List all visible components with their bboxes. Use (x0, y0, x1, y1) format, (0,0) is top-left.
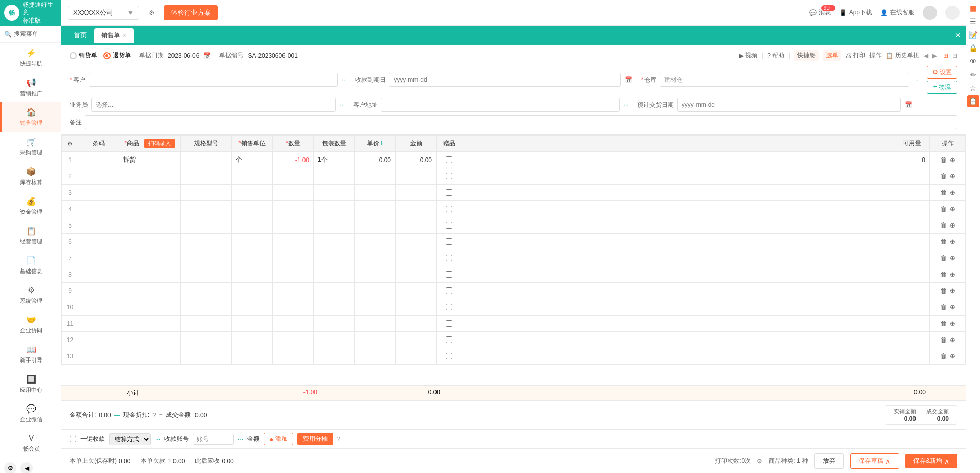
gift-checkbox[interactable] (446, 353, 452, 359)
copy-row-icon[interactable]: ⊕ (950, 336, 955, 344)
copy-row-icon[interactable]: ⊕ (950, 303, 955, 311)
print-btn[interactable]: 🖨 打印 (845, 51, 865, 60)
customer-input[interactable] (89, 73, 338, 87)
row-pkgqty[interactable] (314, 201, 355, 217)
row-product[interactable] (119, 168, 181, 185)
row-gift[interactable] (437, 283, 462, 299)
row-qty[interactable] (273, 266, 314, 283)
row-amount[interactable] (396, 348, 437, 365)
row-price[interactable] (355, 250, 396, 266)
sidebar-item-system[interactable]: ⚙系统管理 (0, 280, 61, 310)
gift-checkbox[interactable] (446, 320, 452, 327)
select-btn[interactable]: 选单 (823, 50, 841, 61)
row-gift[interactable] (437, 299, 462, 316)
row-qty[interactable] (273, 316, 314, 332)
row-unit[interactable] (232, 283, 273, 299)
row-barcode[interactable] (78, 348, 119, 365)
delete-row-icon[interactable]: 🗑 (940, 254, 947, 262)
row-barcode[interactable] (78, 316, 119, 332)
row-gift[interactable] (437, 168, 462, 185)
row-product[interactable] (119, 316, 181, 332)
user-avatar2[interactable] (945, 6, 960, 20)
row-product[interactable] (119, 217, 181, 234)
row-amount[interactable] (396, 217, 437, 234)
row-spec[interactable] (181, 348, 232, 365)
payment-method-dots[interactable]: ··· (155, 436, 160, 443)
row-barcode[interactable] (78, 234, 119, 250)
row-pkgqty[interactable]: 1个 (314, 152, 355, 168)
radio-return[interactable]: 退货单 (103, 51, 131, 60)
setting-btn[interactable]: ⚙ 设置 (927, 66, 957, 79)
row-price[interactable] (355, 299, 396, 316)
rp-grid-view[interactable]: ▦ (967, 2, 979, 14)
row-pkgqty[interactable] (314, 217, 355, 234)
expected-date-input[interactable] (677, 98, 901, 112)
nav-prev-icon[interactable]: ◀ (924, 52, 928, 59)
row-product[interactable] (119, 299, 181, 316)
gift-checkbox[interactable] (446, 173, 452, 179)
row-product[interactable] (119, 266, 181, 283)
row-price[interactable] (355, 283, 396, 299)
row-gift[interactable] (437, 348, 462, 365)
copy-row-icon[interactable]: ⊕ (950, 352, 955, 360)
row-price[interactable] (355, 332, 396, 348)
row-unit[interactable] (232, 266, 273, 283)
row-barcode[interactable] (78, 332, 119, 348)
row-price[interactable]: 0.00 (355, 152, 396, 168)
rp-eye-icon[interactable]: 👁 (967, 55, 979, 67)
trial-btn[interactable]: 体验行业方案 (164, 5, 218, 20)
gift-checkbox[interactable] (446, 255, 452, 261)
row-price[interactable] (355, 316, 396, 332)
delete-row-icon[interactable]: 🗑 (940, 320, 947, 327)
copy-row-icon[interactable]: ⊕ (950, 156, 955, 164)
delete-row-icon[interactable]: 🗑 (940, 238, 947, 245)
view-list-icon[interactable]: ⊟ (952, 52, 957, 59)
row-unit[interactable] (232, 217, 273, 234)
row-product[interactable] (119, 283, 181, 299)
expense-help-icon[interactable]: ? (337, 436, 341, 443)
history-btn[interactable]: 📋 历史单据 (886, 51, 920, 60)
row-amount[interactable] (396, 168, 437, 185)
row-barcode[interactable] (78, 283, 119, 299)
copy-row-icon[interactable]: ⊕ (950, 221, 955, 229)
row-barcode[interactable] (78, 185, 119, 201)
row-barcode[interactable] (78, 217, 119, 234)
row-amount[interactable] (396, 185, 437, 201)
row-product[interactable] (119, 234, 181, 250)
row-qty[interactable] (273, 299, 314, 316)
sidebar-item-basic[interactable]: 📄基础信息 (0, 251, 61, 280)
row-qty[interactable] (273, 348, 314, 365)
row-qty[interactable] (273, 217, 314, 234)
row-gift[interactable] (437, 185, 462, 201)
delete-row-icon[interactable]: 🗑 (940, 189, 947, 196)
row-price[interactable] (355, 348, 396, 365)
nav-next-icon[interactable]: ▶ (932, 52, 937, 59)
row-unit[interactable] (232, 201, 273, 217)
row-barcode[interactable] (78, 250, 119, 266)
view-grid-icon[interactable]: ⊞ (943, 52, 948, 59)
user-avatar[interactable] (923, 6, 937, 20)
rp-lock-icon[interactable]: 🔒 (967, 42, 979, 54)
rp-list-view[interactable]: ☰ (967, 15, 979, 28)
row-pkgqty[interactable] (314, 168, 355, 185)
row-gift[interactable] (437, 250, 462, 266)
row-product[interactable] (119, 185, 181, 201)
gift-checkbox[interactable] (446, 304, 452, 310)
delete-row-icon[interactable]: 🗑 (940, 287, 947, 295)
row-qty[interactable] (273, 185, 314, 201)
online-service-btn[interactable]: 👤 在线客服 (880, 8, 914, 17)
row-qty[interactable] (273, 168, 314, 185)
delete-row-icon[interactable]: 🗑 (940, 303, 947, 311)
operate-btn[interactable]: 操作 (869, 51, 882, 60)
sidebar-collapse-icon[interactable]: ◀ (20, 462, 33, 473)
row-gift[interactable] (437, 266, 462, 283)
row-spec[interactable] (181, 250, 232, 266)
row-price[interactable] (355, 217, 396, 234)
delete-row-icon[interactable]: 🗑 (940, 271, 947, 278)
sidebar-item-coop[interactable]: 🤝企业协同 (0, 310, 61, 340)
delete-row-icon[interactable]: 🗑 (940, 156, 947, 164)
sidebar-item-guide[interactable]: 📖新手引导 (0, 340, 61, 369)
row-pkgqty[interactable] (314, 283, 355, 299)
copy-row-icon[interactable]: ⊕ (950, 254, 955, 262)
row-spec[interactable] (181, 266, 232, 283)
